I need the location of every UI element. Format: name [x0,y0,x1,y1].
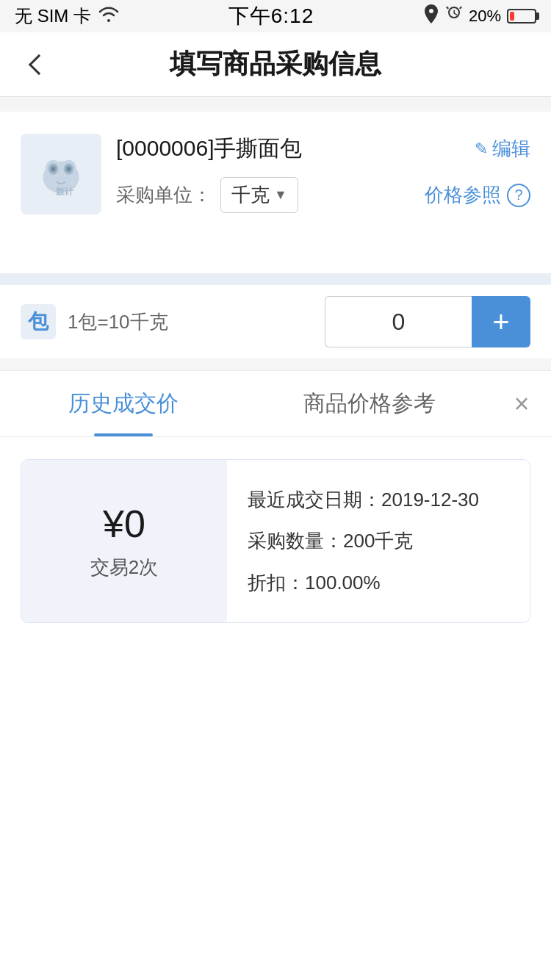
quantity-unit-box: 包 [21,304,56,339]
price-main: ¥0 [103,502,145,546]
status-left: 无 SIM 卡 [15,4,119,28]
svg-point-8 [67,167,70,170]
svg-text:鼓计: 鼓计 [56,187,74,197]
trade-count: 交易2次 [90,555,158,580]
product-info: [0000006]手撕面包 ✎ 编辑 采购单位： 千克 ▼ 价格参照 [116,134,530,213]
alarm-icon [445,5,463,27]
quantity-value: 200千克 [343,530,413,552]
quantity-unit-description: 1包=10千克 [68,309,168,335]
tab-section: 历史成交价 商品价格参考 × ¥0 交易2次 最近成交日期：2019-12-30 [0,370,551,645]
quantity-section: 包 1包=10千克 + [0,285,551,359]
price-card-left: ¥0 交易2次 [21,460,227,622]
discount-label: 折扣： [248,572,305,594]
battery-percent: 20% [469,7,501,26]
unit-label: 采购单位： [116,182,212,208]
quantity-right: + [325,296,530,347]
status-bar: 无 SIM 卡 下午6:12 20% [0,0,551,32]
edit-button[interactable]: ✎ 编辑 [475,136,530,162]
currency-symbol: ¥ [103,502,124,545]
edit-icon: ✎ [475,140,488,159]
price-value: 0 [124,502,145,545]
product-section: 鼓计 [0000006]手撕面包 ✎ 编辑 采购单位： 千克 ▼ [0,112,551,273]
plus-icon: + [492,306,509,339]
page-title: 填写商品采购信息 [170,46,381,82]
tab-bar: 历史成交价 商品价格参考 × [0,371,551,437]
recent-date-label: 最近成交日期： [248,489,381,511]
quantity-left: 包 1包=10千克 [21,304,168,339]
section-divider [0,273,551,285]
svg-point-7 [51,167,54,170]
nav-bar: 填写商品采购信息 [0,32,551,97]
quantity-input[interactable] [325,296,472,347]
purchase-unit-row: 采购单位： 千克 ▼ 价格参照 ? [116,177,530,213]
tab-history-label: 历史成交价 [68,389,179,419]
carrier-text: 无 SIM 卡 [15,4,91,28]
recent-date-row: 最近成交日期：2019-12-30 [248,486,509,513]
status-right: 20% [423,4,536,28]
product-header: [0000006]手撕面包 ✎ 编辑 [116,134,530,164]
unit-value: 千克 [231,182,270,208]
tab-close-button[interactable]: × [492,389,551,419]
bottom-area [0,645,551,980]
back-button[interactable] [21,46,57,83]
product-name: [0000006]手撕面包 [116,134,302,164]
product-row: 鼓计 [0000006]手撕面包 ✎ 编辑 采购单位： 千克 ▼ [21,134,530,215]
tab-history-price[interactable]: 历史成交价 [0,371,246,436]
quantity-unit-char: 包 [28,308,48,336]
price-ref-label: 价格参照 [425,182,501,208]
unit-left: 采购单位： 千克 ▼ [116,177,298,213]
price-reference-button[interactable]: 价格参照 ? [425,182,530,208]
dropdown-arrow-icon: ▼ [274,187,287,203]
help-icon: ? [507,184,530,207]
quantity-plus-button[interactable]: + [472,296,530,347]
product-image: 鼓计 [21,134,101,215]
discount-row: 折扣：100.00% [248,569,509,596]
tab-product-price[interactable]: 商品价格参考 [246,371,492,436]
history-content: ¥0 交易2次 最近成交日期：2019-12-30 采购数量：200千克 折扣：… [0,437,551,645]
location-icon [423,4,439,28]
battery-icon [507,9,536,24]
edit-label: 编辑 [492,136,530,162]
quantity-row: 采购数量：200千克 [248,527,509,554]
price-card-right: 最近成交日期：2019-12-30 采购数量：200千克 折扣：100.00% [227,460,530,622]
recent-date-value: 2019-12-30 [381,489,479,511]
tab-product-label: 商品价格参考 [303,389,436,419]
back-arrow-icon [29,54,49,74]
discount-value: 100.00% [305,572,381,594]
close-icon: × [514,389,529,419]
wifi-icon [98,6,119,26]
unit-select[interactable]: 千克 ▼ [220,177,298,213]
status-time: 下午6:12 [228,2,314,30]
quantity-label: 采购数量： [248,530,343,552]
tab-active-indicator [94,433,153,436]
price-card: ¥0 交易2次 最近成交日期：2019-12-30 采购数量：200千克 折扣：… [21,459,530,623]
